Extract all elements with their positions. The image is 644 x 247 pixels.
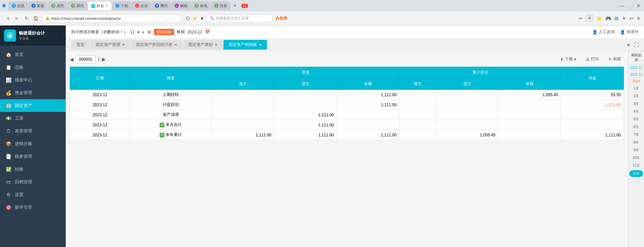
tab-add-button[interactable]: + bbox=[231, 1, 239, 10]
grid-icon[interactable]: ⊞ bbox=[614, 16, 619, 21]
hot-search-label[interactable]: 🔥热搜 bbox=[275, 16, 287, 21]
home-button[interactable]: 🏠 bbox=[32, 15, 40, 22]
tab-close-好会[interactable]: ✕ bbox=[105, 4, 108, 8]
scissors-icon[interactable]: ✂ bbox=[579, 16, 583, 21]
address-input[interactable]: 🔒 https://cloud.chanjet.com/accounting/u… bbox=[42, 14, 182, 23]
tab-易代1[interactable]: 易 易代 bbox=[48, 1, 67, 10]
tab-目前[interactable]: S 目前 bbox=[211, 1, 230, 10]
tab-企业[interactable]: C 企业 bbox=[132, 1, 151, 10]
period-month-6[interactable]: 6月 bbox=[628, 123, 644, 131]
menu-icon[interactable]: ≡ bbox=[637, 15, 640, 21]
back-button[interactable]: ◀ bbox=[4, 15, 11, 22]
period-label: 账期 bbox=[177, 29, 185, 35]
sidebar-item-archive[interactable]: 🗃 归档管理 bbox=[0, 176, 66, 188]
col-accum-balance: 余额 bbox=[498, 78, 561, 90]
sidebar-item-tax[interactable]: 📑 税务管理 bbox=[0, 150, 66, 163]
minimize-btn[interactable]: — bbox=[618, 2, 626, 10]
period-month-1[interactable]: 1月 bbox=[628, 85, 644, 92]
tab-在线[interactable]: 在 在线 bbox=[8, 1, 28, 10]
tab-fixed-mgmt[interactable]: 固定资产管理 ✕ bbox=[91, 40, 130, 50]
tab-各地[interactable]: 各 各地 bbox=[191, 1, 211, 10]
period-year-selected2[interactable]: 2023.12 bbox=[628, 71, 644, 78]
next-page-button[interactable]: ▶ bbox=[102, 57, 106, 62]
period-month-3[interactable]: 3月 bbox=[628, 100, 644, 108]
maximize-btn[interactable]: ⬜ bbox=[626, 2, 634, 10]
ext-icon-1[interactable]: ⬡ bbox=[186, 16, 190, 21]
user-button[interactable]: 👤 徐译华 bbox=[620, 29, 639, 35]
settings-small-icon[interactable]: ⚙ bbox=[148, 30, 151, 35]
tab-home-page[interactable]: 首页 bbox=[71, 40, 90, 50]
ext-icon-2[interactable]: ⚡ bbox=[192, 16, 198, 21]
sun-icon[interactable]: ☀ bbox=[622, 16, 626, 21]
close-browser-btn[interactable]: ✕ bbox=[635, 2, 643, 10]
service-button[interactable]: 👤 人工咨询 bbox=[592, 29, 615, 35]
svg-text:会: 会 bbox=[8, 34, 12, 38]
reload-button[interactable]: ↻ bbox=[23, 15, 30, 22]
tab-asset-detail-close[interactable]: ✕ bbox=[259, 43, 262, 47]
tab-新版[interactable]: 新 新版 bbox=[28, 1, 48, 10]
col-net-value: 净值 bbox=[561, 67, 624, 90]
sidebar-item-inventory[interactable]: 📦 进销台账 bbox=[0, 137, 66, 150]
sidebar-item-reports[interactable]: 📊 报表中心 bbox=[0, 74, 66, 86]
top-bar: 刘小艳演示账套（勿删勿动！） 11 ▾ + ⚙ 切到旧版 账期 2023-12 … bbox=[66, 25, 644, 39]
sidebar-item-invoice[interactable]: 🗒 发票管理 bbox=[0, 125, 66, 137]
calendar-icon[interactable]: 📅 bbox=[205, 30, 210, 35]
notification-badge[interactable]: 11 bbox=[241, 4, 248, 8]
sidebar-item-ledger[interactable]: 📋 总账 bbox=[0, 61, 66, 74]
period-month-5[interactable]: 5月 bbox=[628, 116, 644, 123]
refresh-button[interactable]: ↻ 刷新 bbox=[606, 55, 624, 63]
cell-accum-debit-1 bbox=[399, 100, 436, 110]
tab-个税[interactable]: 个 个税 bbox=[112, 1, 131, 10]
star-icon[interactable]: ⭐ bbox=[596, 16, 602, 21]
download-button[interactable]: ⬇ 下载 ▾ bbox=[557, 55, 579, 63]
tab-asset-category-label: 固定资产类别 bbox=[189, 42, 213, 48]
version-switch-button[interactable]: 切到旧版 bbox=[154, 29, 174, 35]
period-month-7[interactable]: 7月 bbox=[628, 131, 644, 139]
gamepad-icon[interactable]: 🎮 bbox=[605, 16, 611, 21]
translate-icon[interactable]: 译 bbox=[586, 15, 593, 21]
tab-腾讯[interactable]: 腾 腾讯 bbox=[152, 1, 171, 10]
tab-bar: 在 在线 新 新版 易 易代 易 易代 好 好会 ✕ 个 个税 C 企业 腾 bbox=[0, 0, 644, 11]
tab-asset-category-close[interactable]: ✕ bbox=[215, 43, 217, 47]
period-month-8[interactable]: 8月 bbox=[628, 139, 644, 146]
undo-icon[interactable]: ↩ bbox=[630, 16, 634, 21]
download-dropdown-icon[interactable]: ▾ bbox=[574, 57, 576, 62]
period-month-10[interactable]: 10月 bbox=[628, 154, 644, 162]
sidebar-item-payroll[interactable]: 💵 工资 bbox=[0, 112, 66, 125]
tab-depreciation-stats-close[interactable]: ✕ bbox=[174, 43, 177, 47]
expand-icon[interactable]: ⛶ bbox=[634, 42, 639, 48]
search-box[interactable]: 🔍 央视更新主持人名单 bbox=[206, 14, 273, 23]
dropdown-icon[interactable]: ▼ bbox=[200, 16, 204, 20]
tab-asset-detail[interactable]: 固定资产明细账 ✕ bbox=[223, 40, 267, 50]
tab-易代2[interactable]: 易 易代 bbox=[68, 1, 87, 10]
forward-button[interactable]: ▶ bbox=[13, 15, 21, 22]
close-all-icon[interactable]: ✕ bbox=[627, 42, 631, 48]
sidebar-item-guide[interactable]: 🎯 新手引导 bbox=[0, 201, 66, 214]
sidebar-label-settlement: 结账 bbox=[15, 166, 23, 172]
print-button[interactable]: 🖨 打印 bbox=[583, 55, 602, 63]
tab-好会-active[interactable]: 好 好会 ✕ bbox=[88, 1, 112, 10]
period-year-2023[interactable]: 2023 bbox=[628, 78, 644, 85]
sidebar-item-fixed-assets[interactable]: 🏢 固定资产 bbox=[0, 99, 66, 112]
sidebar-item-funds[interactable]: 💰 资金管理 bbox=[0, 86, 66, 99]
sidebar-item-home[interactable]: 🏠 首页 bbox=[0, 48, 66, 61]
browser-back-icon[interactable] bbox=[1, 3, 7, 8]
page-input[interactable] bbox=[75, 55, 96, 63]
tab-fixed-mgmt-close[interactable]: ✕ bbox=[122, 43, 125, 47]
sidebar-item-settings[interactable]: ⚙ 设置 bbox=[0, 188, 66, 201]
add-account-icon[interactable]: + bbox=[142, 29, 145, 35]
prev-page-button[interactable]: ◀ bbox=[70, 57, 73, 62]
period-month-4[interactable]: 4月 bbox=[628, 108, 644, 116]
period-month-12-active[interactable]: 12月 bbox=[629, 170, 643, 177]
tab-label-易代1: 易代 bbox=[57, 3, 64, 8]
period-panel: 期间选择 2023.12 2023.12 2023 1月 2月 3月 4月 5月… bbox=[628, 51, 644, 247]
period-month-9[interactable]: 9月 bbox=[628, 146, 644, 154]
sidebar-item-settlement[interactable]: ✅ 结账 bbox=[0, 163, 66, 176]
dropdown-arrow-icon[interactable]: ▾ bbox=[137, 30, 139, 35]
period-month-11[interactable]: 11月 bbox=[628, 162, 644, 170]
tab-asset-category[interactable]: 固定资产类别 ✕ bbox=[183, 40, 223, 50]
period-year-selected[interactable]: 2023.12 bbox=[628, 65, 644, 71]
period-month-2[interactable]: 2月 bbox=[628, 92, 644, 100]
tab-depreciation-stats[interactable]: 固定资产折旧统计表 ✕ bbox=[131, 40, 182, 50]
tab-畅购[interactable]: M 畅购 bbox=[171, 1, 191, 10]
